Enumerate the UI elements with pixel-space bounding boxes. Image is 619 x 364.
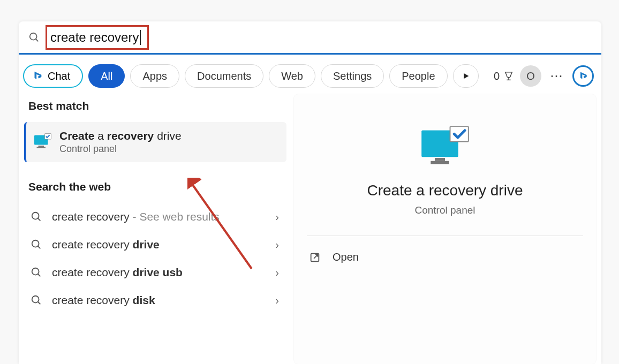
search-icon [31, 211, 42, 223]
play-icon [462, 72, 470, 80]
svg-rect-6 [37, 147, 46, 148]
svg-point-12 [32, 268, 39, 275]
best-match-lines: Create a recovery drive Control panel [59, 130, 182, 155]
search-icon [31, 239, 42, 251]
svg-point-10 [32, 240, 39, 247]
web-result[interactable]: create recovery drive › [24, 231, 286, 259]
chip-apps[interactable]: Apps [130, 64, 179, 88]
open-label: Open [333, 251, 359, 263]
chip-chat[interactable]: Chat [23, 64, 83, 88]
search-input[interactable] [50, 30, 141, 45]
web-result-text: create recovery drive [52, 238, 280, 251]
search-bar [19, 21, 601, 55]
text-caret [140, 30, 141, 45]
preview-subtitle: Control panel [414, 204, 475, 216]
chip-play[interactable] [453, 64, 479, 88]
web-result[interactable]: create recovery drive usb › [24, 259, 286, 286]
chip-all[interactable]: All [88, 64, 125, 88]
rewards-count: 0 [494, 70, 500, 82]
chevron-right-icon: › [275, 294, 279, 307]
search-icon [28, 32, 40, 43]
web-result[interactable]: create recovery - See web results › [24, 203, 286, 231]
open-action[interactable]: Open [307, 236, 583, 278]
web-result[interactable]: create recovery disk › [24, 286, 286, 314]
svg-line-11 [38, 246, 41, 249]
chip-chat-label: Chat [48, 70, 70, 82]
svg-line-1 [36, 39, 39, 41]
chip-people[interactable]: People [389, 64, 447, 88]
svg-line-9 [38, 218, 41, 221]
chip-documents[interactable]: Documents [185, 64, 263, 88]
svg-rect-18 [431, 161, 449, 164]
search-icon [31, 267, 42, 278]
preview-pane: Create a recovery drive Control panel Op… [294, 94, 596, 364]
svg-line-15 [38, 302, 41, 305]
recovery-drive-icon [33, 133, 52, 152]
search-window: Chat All Apps Documents Web Settings Peo… [19, 21, 601, 364]
best-match-result[interactable]: Create a recovery drive Control panel [24, 122, 286, 162]
web-result-text: create recovery drive usb [52, 266, 280, 279]
svg-rect-17 [435, 158, 445, 161]
body-columns: Best match Create a recovery drive Contr… [19, 94, 601, 364]
web-result-text: create recovery - See web results [52, 210, 280, 223]
chevron-right-icon: › [275, 239, 279, 251]
open-icon [309, 252, 321, 263]
svg-rect-5 [39, 146, 44, 147]
bing-icon [578, 71, 588, 81]
svg-point-8 [32, 213, 39, 219]
svg-point-14 [32, 296, 39, 303]
recovery-drive-icon [419, 126, 471, 169]
chip-web[interactable]: Web [269, 64, 315, 88]
bing-chat-button[interactable] [572, 65, 594, 87]
svg-rect-19 [450, 126, 469, 142]
best-match-title: Create a recovery drive [59, 130, 182, 142]
rewards-counter[interactable]: 0 [494, 70, 515, 82]
search-web-heading: Search the web [24, 175, 286, 203]
svg-line-13 [38, 274, 41, 277]
chevron-right-icon: › [275, 267, 279, 279]
more-button[interactable]: ⋯ [547, 69, 567, 84]
chip-settings[interactable]: Settings [321, 64, 384, 88]
filter-chip-row: Chat All Apps Documents Web Settings Peo… [19, 55, 601, 94]
web-result-text: create recovery disk [52, 294, 280, 307]
best-match-heading: Best match [24, 94, 286, 122]
chevron-right-icon: › [275, 211, 279, 223]
bing-icon [32, 70, 43, 82]
svg-point-0 [30, 33, 37, 40]
preview-title: Create a recovery drive [367, 182, 523, 199]
results-column: Best match Create a recovery drive Contr… [24, 94, 286, 364]
rewards-icon [503, 70, 515, 82]
search-icon [31, 294, 42, 306]
search-input-highlight [46, 25, 149, 50]
avatar[interactable]: O [520, 65, 541, 87]
best-match-subtitle: Control panel [59, 143, 182, 155]
